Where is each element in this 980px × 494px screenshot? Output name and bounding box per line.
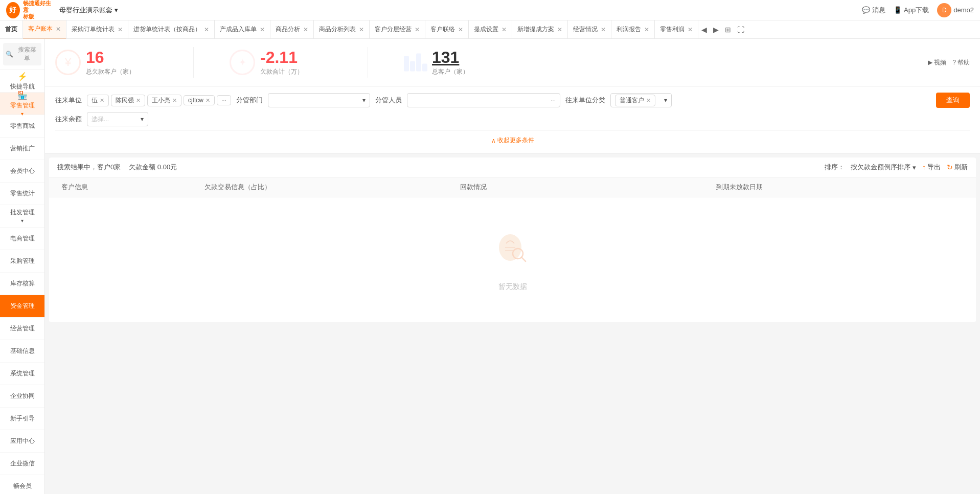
tab-close-new-mention[interactable]: ✕ <box>557 26 562 33</box>
unit-tag-chen[interactable]: 陈民强 ✕ <box>111 95 145 106</box>
dept-select[interactable]: ▾ <box>268 93 370 107</box>
tab-customer-segment[interactable]: 客户分层经营 ✕ <box>370 20 425 39</box>
tab-close-purchase[interactable]: ✕ <box>118 26 123 33</box>
sidebar-item-operation-mgmt[interactable]: 经营管理 <box>0 318 44 340</box>
person-label: 分管人员 <box>375 96 402 105</box>
query-button[interactable]: 查询 <box>936 93 970 108</box>
sidebar-item-member[interactable]: 会员中心 <box>0 160 44 183</box>
tab-inbound-stats[interactable]: 进货单统计表（按商品） ✕ <box>128 20 215 39</box>
tab-customer-connect[interactable]: 客户联络 ✕ <box>425 20 469 39</box>
tab-next-btn[interactable]: ▶ <box>710 26 722 34</box>
tab-product-analysis-list[interactable]: 商品分析列表 ✕ <box>314 20 370 39</box>
tab-close-customer[interactable]: ✕ <box>56 26 61 33</box>
svg-line-2 <box>521 257 526 261</box>
tab-close-product-analysis[interactable]: ✕ <box>303 26 308 33</box>
sort-select[interactable]: 按欠款金额倒序排序 ▾ <box>851 163 916 172</box>
sidebar-item-retail[interactable]: 🏪 零售管理 ▾ <box>0 93 44 115</box>
message-item[interactable]: 💬 消息 <box>862 6 885 15</box>
tag-close-normal[interactable]: ✕ <box>646 97 651 104</box>
message-icon: 💬 <box>862 6 870 14</box>
sidebar-item-enterprise-wechat[interactable]: 企业微信 <box>0 453 44 475</box>
unit-tag-wang[interactable]: 王小亮 ✕ <box>147 95 181 106</box>
unit-label: 往来单位 <box>55 96 82 105</box>
tab-mention-settings[interactable]: 提成设置 ✕ <box>469 20 512 39</box>
toolbar-left: 搜索结果中，客户0家 欠款金额 0.00元 <box>57 163 177 172</box>
tab-fullscreen-btn[interactable]: ⛶ <box>734 26 747 34</box>
sidebar-item-app-center[interactable]: 应用中心 <box>0 430 44 453</box>
tab-close-customer-segment[interactable]: ✕ <box>415 26 420 33</box>
sidebar-item-marketing[interactable]: 营销推广 <box>0 138 44 160</box>
tag-close-wu[interactable]: ✕ <box>100 97 104 104</box>
content-area: ¥ 16 总欠款客户（家） ✦ -2.11 欠款合计（万） <box>45 39 980 494</box>
unit-tag-wu[interactable]: 伍 ✕ <box>87 95 109 106</box>
tab-expand-btn[interactable]: ⊞ <box>722 26 734 34</box>
sidebar-item-system[interactable]: 系统管理 <box>0 363 44 385</box>
tab-close-mention-settings[interactable]: ✕ <box>502 26 507 33</box>
tab-product-analysis[interactable]: 商品分析 ✕ <box>270 20 314 39</box>
table-header: 客户信息 欠款交易信息（占比） 回款情况 到期未放款日期 <box>49 177 976 197</box>
sidebar-item-enterprise[interactable]: 企业协同 <box>0 385 44 408</box>
tab-close-retail-profit[interactable]: ✕ <box>688 26 693 33</box>
sidebar-item-new-guide[interactable]: 新手引导 <box>0 408 44 430</box>
sidebar-item-finance[interactable]: 资金管理 <box>0 295 44 318</box>
export-action[interactable]: ↑ 导出 <box>922 163 941 172</box>
unit-cat-tag-normal[interactable]: 普通客户 ✕ <box>615 95 655 106</box>
logo-text: 畅捷通好生意 标版 <box>23 0 51 20</box>
unit-tag-more[interactable]: ··· <box>217 95 231 105</box>
stat-debt-amount: ✦ -2.11 欠款合计（万） <box>230 49 332 76</box>
sidebar-item-quick-nav[interactable]: ⚡ 快捷导航 <box>0 70 44 93</box>
tag-close-cjttcw[interactable]: ✕ <box>206 97 210 104</box>
tab-close-operation[interactable]: ✕ <box>601 26 606 33</box>
app-download-item[interactable]: 📱 App下载 <box>894 6 929 15</box>
tab-close-customer-connect[interactable]: ✕ <box>458 26 463 33</box>
quick-nav-icon: ⚡ <box>17 72 28 81</box>
video-link[interactable]: ▶ 视频 <box>928 58 946 67</box>
sidebar-item-retail-store[interactable]: 零售商城 <box>0 115 44 138</box>
tab-operation[interactable]: 经营情况 ✕ <box>568 20 611 39</box>
stats-banner: ¥ 16 总欠款客户（家） ✦ -2.11 欠款合计（万） <box>45 39 980 86</box>
stat-total-customers: ¥ 16 总欠款客户（家） <box>55 49 157 76</box>
sidebar-item-basic-info[interactable]: 基础信息 <box>0 340 44 363</box>
tab-new-mention[interactable]: 新增提成方案 ✕ <box>512 20 568 39</box>
tab-close-inbound[interactable]: ✕ <box>204 26 209 33</box>
user-menu[interactable]: D demo2 <box>937 3 974 17</box>
avatar: D <box>937 3 951 17</box>
sidebar-item-inventory[interactable]: 库存核算 <box>0 273 44 295</box>
refresh-action[interactable]: ↻ 刷新 <box>947 163 968 172</box>
tab-purchase-order[interactable]: 采购订单统计表 ✕ <box>66 20 128 39</box>
sidebar-item-wholesale[interactable]: 批发管理 ▾ <box>0 205 44 228</box>
debt-amount-value: -2.11 <box>260 49 332 65</box>
person-select[interactable]: ··· <box>407 93 560 107</box>
help-link[interactable]: ? 帮助 <box>952 58 970 67</box>
balance-select[interactable]: 选择... ▾ <box>87 112 148 126</box>
tag-close-chen[interactable]: ✕ <box>136 97 141 104</box>
tab-prev-btn[interactable]: ◀ <box>698 26 710 34</box>
filter-row-2: 往来余额 选择... ▾ <box>55 112 970 126</box>
logo-icon: 好 <box>6 2 20 18</box>
tab-product-inbound[interactable]: 产成品入库单 ✕ <box>215 20 270 39</box>
stat-divider-1 <box>193 47 194 78</box>
tab-home[interactable]: 首页 <box>0 20 23 39</box>
chevron-down-icon-category: ▾ <box>664 97 667 104</box>
sidebar-item-purchase[interactable]: 采购管理 <box>0 250 44 273</box>
store-selector[interactable]: 母婴行业演示账套 ▾ <box>55 4 122 17</box>
sidebar-search-btn[interactable]: 🔍 搜索菜单 <box>3 43 41 65</box>
export-icon: ↑ <box>922 163 926 171</box>
collapse-btn[interactable]: ∧ 收起更多条件 <box>55 134 970 147</box>
unit-tag-cjttcw[interactable]: cjttcw ✕ <box>184 95 215 105</box>
tab-close-profit-report[interactable]: ✕ <box>644 26 649 33</box>
sidebar-item-vip-member[interactable]: 畅会员 <box>0 475 44 494</box>
chevron-down-icon-dept: ▾ <box>362 97 366 104</box>
tab-retail-profit[interactable]: 零售利润 ✕ <box>655 20 698 39</box>
tag-close-wang[interactable]: ✕ <box>172 97 177 104</box>
more-icon-person: ··· <box>551 97 556 104</box>
tab-close-product-analysis-list[interactable]: ✕ <box>359 26 364 33</box>
chevron-down-icon-sort: ▾ <box>913 164 916 171</box>
collapse-icon: ∧ <box>491 137 496 144</box>
tab-profit-report[interactable]: 利润报告 ✕ <box>611 20 655 39</box>
tab-customer[interactable]: 客户账本 ✕ <box>23 20 66 39</box>
sidebar-item-retail-stats[interactable]: 零售统计 <box>0 183 44 205</box>
unit-category-select[interactable]: 普通客户 ✕ ▾ <box>610 93 672 107</box>
tab-close-product-inbound[interactable]: ✕ <box>260 26 265 33</box>
sidebar-item-ecommerce[interactable]: 电商管理 <box>0 228 44 250</box>
